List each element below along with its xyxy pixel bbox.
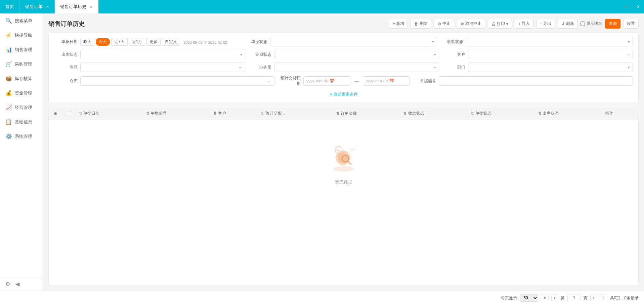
export-button[interactable]: ↑ 导出 (536, 19, 555, 29)
cancel-stop-button[interactable]: ⊗ 取消中止 (457, 19, 485, 29)
th-delivery: ⇅ 预计交货... (257, 107, 333, 120)
sort-icon-customer[interactable]: ⇅ (213, 111, 217, 116)
collapse-btn[interactable]: ∧ 收起更多条件 (328, 90, 359, 99)
query-button[interactable]: 查询 (605, 19, 620, 29)
th-pay-status: ⇅ 收款状态 (400, 107, 467, 120)
sidebar-item-quick-nav[interactable]: ⚡ 快捷导航 (0, 28, 43, 42)
product-label: 商品 (54, 65, 78, 70)
basic-info-icon: 📋 (5, 119, 12, 125)
tab-sales-order-close[interactable]: ✕ (46, 5, 49, 9)
inventory-icon: 📦 (5, 75, 12, 82)
th-checkbox[interactable] (62, 107, 76, 120)
sidebar-item-basic-info[interactable]: 📋 基础信息 (0, 115, 43, 129)
empty-text: 暂无数据 (335, 179, 352, 185)
sidebar-item-operations[interactable]: 📈 经营管理 (0, 100, 43, 115)
order-status-chevron (432, 39, 434, 44)
sidebar: 🔍 搜索菜单 ⚡ 快捷导航 📊 销售管理 🛒 采购管理 📦 库存核算 💰 资金管… (0, 13, 43, 291)
tab-home[interactable]: 首页 (0, 0, 20, 13)
show-details-input[interactable] (581, 22, 585, 26)
complete-status-select[interactable] (274, 50, 439, 59)
sidebar-item-inventory[interactable]: 📦 库存核算 (0, 71, 43, 86)
sort-icon-date[interactable]: ⇅ (79, 111, 82, 116)
sidebar-bottom: ⚙ ◀ (0, 277, 43, 291)
customer-field[interactable]: ··· (468, 50, 633, 59)
delivery-date-start[interactable]: yyyy-mm-dd 📅 (303, 76, 350, 86)
tab-sales-order-history[interactable]: 销售订单历史 ✕ (55, 0, 98, 13)
date-btn-1month[interactable]: 近1月 (129, 38, 145, 46)
import-button[interactable]: ↓ 导入 (515, 19, 533, 29)
sidebar-collapse-icon[interactable]: ◀ (15, 281, 19, 287)
search-menu-icon: 🔍 (5, 17, 12, 24)
empty-row: 暂无数据 (49, 120, 638, 206)
sidebar-item-search-menu[interactable]: 🔍 搜索菜单 (0, 13, 43, 28)
delivery-date-label: 预计交货日期 (277, 75, 301, 87)
first-page-btn[interactable]: « (541, 295, 549, 301)
date-label: 单据日期 (54, 39, 78, 45)
last-page-btn[interactable]: » (600, 295, 607, 301)
sort-icon-out-status[interactable]: ⇅ (538, 111, 542, 116)
add-button[interactable]: + 新增 (389, 19, 408, 29)
out-status-select[interactable] (80, 50, 245, 59)
delete-button[interactable]: 🗑 删除 (411, 19, 431, 29)
import-icon: ↓ (518, 22, 520, 26)
product-ellipsis-icon: ··· (239, 65, 242, 70)
page-number-input[interactable] (567, 295, 581, 301)
show-details-checkbox[interactable]: 显示明细 (581, 21, 602, 27)
order-no-input[interactable] (439, 76, 633, 86)
calendar-icon-start: 📅 (330, 79, 335, 83)
total-label: 共0页，0条记录 (610, 295, 639, 301)
select-all-checkbox[interactable] (67, 111, 71, 115)
next-page-btn[interactable]: › (590, 295, 597, 301)
prev-page-btn[interactable]: ‹ (551, 295, 558, 301)
th-out-status: ⇅ 出库状态 (535, 107, 602, 120)
product-field[interactable]: ··· (80, 63, 245, 72)
date-btn-more[interactable]: 更多 (146, 38, 161, 46)
date-btn-7days[interactable]: 近7天 (111, 38, 128, 46)
calendar-icon-end: 📅 (389, 79, 394, 83)
window-maximize[interactable]: □ (631, 4, 633, 9)
complete-status-label: 完成状态 (248, 52, 271, 58)
refresh-button[interactable]: ↺ 刷新 (558, 19, 578, 29)
date-btn-yesterday[interactable]: 昨天 (80, 38, 94, 46)
page-size-select[interactable]: 50 10 20 100 (520, 294, 538, 302)
date-btn-custom[interactable]: 自定义 (162, 38, 180, 46)
sort-icon-order-status[interactable]: ⇅ (471, 111, 474, 116)
window-minimize[interactable]: — (624, 4, 628, 9)
order-status-select[interactable] (270, 37, 437, 46)
data-table: ⚙ ⇅ 单据日期 ⇅ 单据编号 (49, 107, 638, 205)
stop-button[interactable]: ⊘ 中止 (434, 19, 454, 29)
svg-point-5 (337, 149, 339, 151)
main-layout: 🔍 搜索菜单 ⚡ 快捷导航 📊 销售管理 🛒 采购管理 📦 库存核算 💰 资金管… (0, 13, 644, 291)
sidebar-item-sys-mgmt[interactable]: ⚙️ 系统管理 (0, 129, 43, 144)
customer-ellipsis-icon: ··· (627, 52, 630, 57)
top-bar: 首页 销售订单 ✕ 销售订单历史 ✕ — □ ✕ (0, 0, 644, 13)
filter-row-4: 仓库 ··· 预计交货日期 yyyy-mm-dd 📅 — yyyy-mm-dd … (54, 75, 633, 87)
tab-sales-order-history-close[interactable]: ✕ (90, 5, 93, 9)
tab-sales-order[interactable]: 销售订单 ✕ (20, 0, 55, 13)
th-order-status: ⇅ 单据状态 (467, 107, 534, 120)
pay-status-select[interactable] (466, 37, 633, 46)
date-btn-today[interactable]: 今天 (96, 38, 110, 46)
collapse-row: ∧ 收起更多条件 (54, 90, 633, 99)
sort-icon-delivery[interactable]: ⇅ (261, 111, 264, 116)
sidebar-item-purchase-mgmt[interactable]: 🛒 采购管理 (0, 57, 43, 71)
page-size-label: 每页显示 (501, 295, 517, 301)
salesperson-field[interactable]: ··· (274, 63, 439, 72)
sort-icon-no[interactable]: ⇅ (146, 111, 149, 116)
table-settings-icon[interactable]: ⚙ (54, 111, 57, 116)
sort-icon-pay-status[interactable]: ⇅ (403, 111, 407, 116)
warehouse-field[interactable]: ··· (80, 76, 274, 86)
delivery-date-end[interactable]: yyyy-mm-dd 📅 (363, 76, 410, 86)
th-settings[interactable]: ⚙ (49, 107, 62, 120)
sidebar-item-capital[interactable]: 💰 资金管理 (0, 86, 43, 100)
sort-icon-amount[interactable]: ⇅ (336, 111, 340, 116)
dept-chevron (628, 65, 630, 70)
page-header: 销售订单历史 + 新增 🗑 删除 ⊘ 中止 ⊗ 取消中止 🖨 (48, 19, 639, 29)
settings-button[interactable]: 设置 (623, 19, 639, 29)
dept-select[interactable] (468, 63, 633, 72)
print-button[interactable]: 🖨 打印 (488, 19, 512, 29)
sidebar-item-sales-mgmt[interactable]: 📊 销售管理 (0, 42, 43, 57)
window-close[interactable]: ✕ (637, 4, 640, 9)
sidebar-settings-icon[interactable]: ⚙ (5, 281, 10, 287)
salesperson-ellipsis-icon: ··· (433, 65, 436, 70)
